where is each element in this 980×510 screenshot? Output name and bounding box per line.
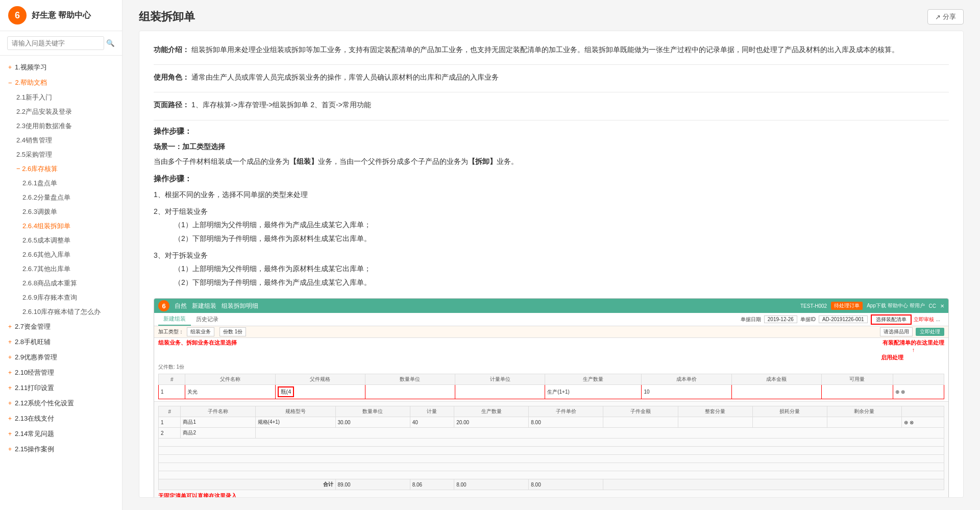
sidebar-item-label: 2.12系统个性化设置 — [15, 399, 74, 408]
sidebar-item-label: 2.7资金管理 — [15, 322, 51, 331]
sidebar-item-inventory-ledger[interactable]: 2.6.9库存账本查询 — [0, 290, 122, 305]
sidebar-item-stock-count[interactable]: 2.6.1盘点单 — [0, 176, 122, 190]
cell-cost-amount — [731, 385, 821, 399]
plus-icon6: + — [8, 384, 12, 392]
sidebar-item-coupon[interactable]: + 2.9优惠券管理 — [0, 350, 122, 365]
mock-close-icon[interactable]: ✕ — [940, 303, 944, 309]
bcol-seq: # — [159, 406, 181, 417]
sidebar-item-faq[interactable]: + 2.14常见问题 — [0, 426, 122, 442]
disassembly-link: 【拆卸】 — [468, 157, 497, 165]
sidebar-item-mobile[interactable]: + 2.8手机旺辅 — [0, 334, 122, 350]
sidebar-item-cases[interactable]: + 2.15操作案例 — [0, 442, 122, 457]
col-seq: # — [159, 374, 185, 385]
sidebar-item-cost-recalc[interactable]: 2.6.8商品成本重算 — [0, 276, 122, 290]
sidebar-item-label: 2.13在线支付 — [15, 414, 54, 423]
plus-icon: + — [8, 64, 12, 71]
bcol-spec: 规格型号 — [255, 406, 335, 417]
sidebar-item-install[interactable]: 2.2产品安装及登录 — [0, 105, 122, 119]
tfoot-val4: 8.00 — [529, 479, 603, 490]
screenshot-inner: 6 自然 新建组装 组装拆卸明细 TEST-H002 待处理订单 App下载 帮… — [154, 299, 948, 498]
table-row — [159, 463, 944, 471]
step3-1-text: （1）上部明细为父件明细，最终作为原材料生成某它出库单； — [154, 262, 949, 276]
cell-cost-price: 10 — [642, 385, 731, 399]
step2-text: 2、对于组装业务 — [154, 205, 949, 218]
mock-type-input[interactable]: 组装业务 — [187, 327, 214, 336]
function-intro-text: 组装拆卸单用来处理企业组装或拆卸等加工业务，支持有固定装配清单的产品加工业务，也… — [191, 45, 899, 54]
plus-icon9: + — [8, 430, 12, 438]
mock-top-table-wrap: 父件数: 1份 # 父件名称 父件规格 数量单位 计量单位 生产数量 成本单价 — [154, 362, 948, 401]
table-row — [159, 447, 944, 455]
sidebar-item-assembly[interactable]: 2.6.4组装拆卸单 — [0, 219, 122, 233]
mock-date-label: 单据日期 — [741, 316, 761, 323]
step2-2-text: （2）下部明细为子件明细，最终作为原材料生成某它出库单。 — [154, 232, 949, 246]
sidebar-item-label: 1.视频学习 — [15, 63, 47, 72]
mock-audit-btn[interactable]: 立即审核 — [914, 316, 934, 323]
sidebar-item-payment[interactable]: + 2.13在线支付 — [0, 411, 122, 426]
sidebar-item-newbie[interactable]: 2.1新手入门 — [0, 90, 122, 105]
mock-apply-btn[interactable]: 立即处理 — [916, 328, 944, 336]
bcol-child-price: 子件单价 — [529, 406, 603, 417]
bcell-remain — [827, 417, 901, 428]
mock-more-btn[interactable]: ... — [936, 317, 940, 322]
sidebar-item-help-docs[interactable]: − 2.帮助文档 — [0, 75, 122, 90]
mock-logo: 6 — [158, 300, 169, 311]
mock-title-id: TEST-H002 — [800, 303, 827, 309]
path-label: 页面路径： — [154, 101, 189, 109]
sidebar-item-print[interactable]: + 2.11打印设置 — [0, 380, 122, 396]
mock-count-input: 份数 1份 — [219, 327, 246, 336]
mock-process-btn[interactable]: 选择装配清单 — [871, 314, 912, 325]
mock-annotation-area1: 选择装配清单 立即审核 ... — [871, 314, 940, 325]
sidebar-item-data-prep[interactable]: 2.3使用前数据准备 — [0, 119, 122, 133]
bcell-empty-row2 — [159, 447, 944, 455]
tfoot-val1: 89.00 — [335, 479, 410, 490]
bcol-remain: 剩余分量 — [827, 406, 901, 417]
table-row — [159, 471, 944, 479]
table-row: 1 关光 瓶(4 生产(1+1) 10 ⊕ ⊗ — [159, 385, 944, 399]
tfoot-val2: 8.06 — [410, 479, 454, 490]
assembly-link: 【组装】 — [289, 157, 318, 165]
path-block: 页面路径： 1、库存核算->库存管理->组装拆卸单 2、首页->常用功能 — [154, 99, 949, 111]
plus-icon5: + — [8, 369, 12, 376]
sidebar-item-cost-adjust[interactable]: 2.6.5成本调整单 — [0, 233, 122, 248]
sidebar-item-inventory[interactable]: − 2.6库存核算 — [0, 162, 122, 176]
mock-bottom-table: # 子件名称 规格型号 数量单位 计量 生产数量 子件单价 子件金额 整套分量 … — [158, 406, 944, 490]
function-intro-label: 功能介绍： — [154, 45, 189, 54]
bcell-seq: 1 — [159, 417, 181, 428]
share-button[interactable]: ↗ 分享 — [927, 9, 964, 25]
sidebar-item-finance[interactable]: + 2.7资金管理 — [0, 319, 122, 334]
sidebar-item-other-inbound[interactable]: 2.6.6其他入库单 — [0, 248, 122, 262]
sidebar-item-label: 2.15操作案例 — [15, 445, 54, 454]
mock-select-input[interactable]: 请选择品用 — [880, 327, 913, 336]
col-action — [893, 374, 944, 385]
sidebar-item-purchase[interactable]: 2.5采购管理 — [0, 148, 122, 162]
sidebar-item-partial-count[interactable]: 2.6.2分量盘点单 — [0, 190, 122, 205]
sidebar-item-personalize[interactable]: + 2.12系统个性化设置 — [0, 396, 122, 411]
search-button[interactable]: 🔍 — [106, 39, 115, 47]
cell-seq: 1 — [159, 385, 185, 399]
cell-action: ⊕ ⊗ — [893, 385, 944, 399]
mock-assembly-detail: 组装拆卸明细 — [222, 302, 258, 310]
bcell-full — [678, 417, 752, 428]
mock-field-type: 加工类型： — [158, 328, 184, 335]
sidebar-item-other-outbound[interactable]: 2.6.7其他出库单 — [0, 262, 122, 276]
sidebar-item-ledger-error[interactable]: 2.6.10库存账本错了怎么办 — [0, 305, 122, 319]
sidebar-item-sales[interactable]: 2.4销售管理 — [0, 133, 122, 148]
cell-parent-spec: 瓶(4 — [275, 385, 365, 399]
tfoot-total-label: 合计 — [159, 479, 336, 490]
bcell-empty-row — [159, 439, 944, 447]
sidebar-item-transfer[interactable]: 2.6.3调拨单 — [0, 205, 122, 219]
sidebar-item-video-learning[interactable]: + 1.视频学习 — [0, 60, 122, 75]
search-box: 🔍 — [0, 31, 122, 56]
sidebar-item-label: 2.9优惠券管理 — [15, 353, 57, 362]
bcell-empty-row4 — [159, 463, 944, 471]
sidebar-item-mgmt[interactable]: + 2.10经营管理 — [0, 365, 122, 380]
annotation-assembly-label: 组装业务、拆卸业务在这里选择 — [158, 339, 237, 347]
table-row — [159, 439, 944, 447]
mock-tab-new[interactable]: 新建组装 — [158, 313, 191, 326]
sidebar-item-label: 2.帮助文档 — [15, 78, 47, 87]
bcol-action — [901, 406, 944, 417]
mock-tab-history[interactable]: 历史记录 — [191, 313, 224, 325]
search-input[interactable] — [7, 36, 104, 50]
plus-icon8: + — [8, 415, 12, 422]
cell-qty-unit — [365, 385, 455, 399]
